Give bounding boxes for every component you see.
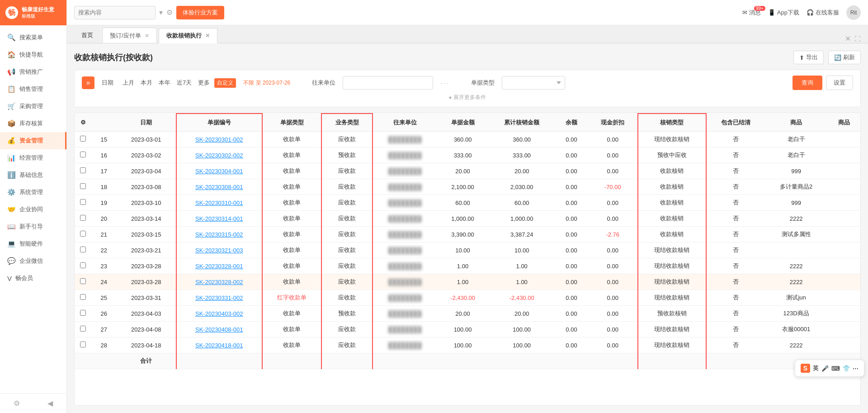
tab-prepay[interactable]: 预订/应付单✕ bbox=[102, 28, 157, 43]
topbar-settings-icon[interactable]: ⚙ bbox=[166, 8, 173, 17]
cell-goods1: 2222 bbox=[765, 211, 828, 227]
cell-balance: 0.00 bbox=[555, 274, 588, 290]
cell-balance: 0.00 bbox=[555, 337, 588, 353]
grid-icon[interactable]: ⋯ bbox=[853, 365, 859, 372]
cell-single-no[interactable]: SK-20230331-002 bbox=[176, 290, 262, 306]
dropdown-icon[interactable]: ▾ bbox=[159, 8, 163, 17]
sidebar-item-inventory[interactable]: 📦库存核算 bbox=[0, 115, 66, 132]
voucher-type-select[interactable] bbox=[502, 76, 565, 90]
sidebar-item-corp[interactable]: 🤝企业协同 bbox=[0, 201, 66, 218]
cell-checkbox[interactable] bbox=[75, 147, 91, 163]
tab-home[interactable]: 首页 bbox=[74, 28, 100, 43]
expand-more-button[interactable]: ▾ 展开更多条件 bbox=[449, 94, 486, 101]
cell-checkbox[interactable] bbox=[75, 179, 91, 195]
cell-checkbox[interactable] bbox=[75, 306, 91, 322]
mic-icon[interactable]: 🎤 bbox=[821, 365, 829, 372]
cell-total-cancel: 100.00 bbox=[489, 337, 555, 353]
cell-checkbox[interactable] bbox=[75, 132, 91, 147]
cell-cancel-type: 预收款核销 bbox=[638, 306, 706, 322]
cell-single-no[interactable]: SK-20230315-002 bbox=[176, 227, 262, 242]
user-avatar[interactable]: Rit bbox=[846, 5, 861, 20]
app-download-item[interactable]: 📱 App下载 bbox=[768, 9, 799, 17]
search-input[interactable] bbox=[74, 6, 156, 19]
cell-single-no[interactable]: SK-20230328-001 bbox=[176, 258, 262, 274]
tab-close-all-icon[interactable]: ✕ bbox=[845, 34, 851, 43]
content-area: 收款核销执行(按收款) ⬆ 导出 🔄 刷新 » 日期 上月 本月 bbox=[67, 43, 868, 413]
cell-single-no[interactable]: SK-20230321-003 bbox=[176, 242, 262, 258]
cell-single-no[interactable]: SK-20230304-001 bbox=[176, 163, 262, 179]
sidebar-item-hardware[interactable]: 💻智能硬件 bbox=[0, 235, 66, 252]
tab-close-prepay[interactable]: ✕ bbox=[145, 33, 149, 39]
page-header: 收款核销执行(按收款) ⬆ 导出 🔄 刷新 bbox=[74, 51, 861, 64]
setting-button[interactable]: 设置 bbox=[826, 76, 853, 90]
cell-checkbox[interactable] bbox=[75, 163, 91, 179]
sidebar-item-purchase[interactable]: 🛒采购管理 bbox=[0, 98, 66, 115]
solution-button[interactable]: 体验行业方案 bbox=[176, 6, 224, 19]
sidebar-item-search[interactable]: 🔍搜索菜单 bbox=[0, 29, 66, 46]
filter-toggle-button[interactable]: » bbox=[82, 76, 94, 89]
cell-single-no[interactable]: SK-20230310-001 bbox=[176, 195, 262, 211]
last-7-days-btn[interactable]: 近7天 bbox=[175, 78, 193, 88]
sidebar-item-marketing[interactable]: 📢营销推广 bbox=[0, 63, 66, 81]
collapse-icon[interactable]: ◀ bbox=[47, 399, 53, 408]
custom-date-btn[interactable]: 自定义 bbox=[214, 78, 236, 88]
cell-single-no[interactable]: SK-20230328-002 bbox=[176, 274, 262, 290]
sidebar-item-quicknav[interactable]: 🏠快捷导航 bbox=[0, 46, 66, 63]
cell-single-no[interactable]: SK-20230403-002 bbox=[176, 306, 262, 322]
sidebar-item-guide[interactable]: 📖新手引导 bbox=[0, 218, 66, 235]
cell-single-type: 收款单 bbox=[262, 195, 321, 211]
keyboard-icon[interactable]: ⌨ bbox=[831, 365, 840, 372]
cell-checkbox[interactable] bbox=[75, 322, 91, 337]
last-month-btn[interactable]: 上月 bbox=[121, 78, 136, 88]
cell-balance: 0.00 bbox=[555, 147, 588, 163]
tab-close-receive[interactable]: ✕ bbox=[205, 33, 210, 39]
cell-total-cancel: 100.00 bbox=[489, 322, 555, 337]
th-index bbox=[91, 114, 117, 132]
cell-single-no[interactable]: SK-20230302-002 bbox=[176, 147, 262, 163]
cell-checkbox[interactable] bbox=[75, 290, 91, 306]
shirt-icon[interactable]: 👕 bbox=[843, 365, 850, 372]
cell-include-settled: 否 bbox=[706, 290, 765, 306]
sidebar-item-wechat[interactable]: 💬企业微信 bbox=[0, 252, 66, 270]
cell-checkbox[interactable] bbox=[75, 274, 91, 290]
tab-receive[interactable]: 收款核销执行✕ bbox=[159, 28, 217, 43]
settings-icon[interactable]: ⚙ bbox=[14, 399, 20, 408]
export-button[interactable]: ⬆ 导出 bbox=[793, 51, 824, 64]
counterparty-input[interactable] bbox=[343, 76, 433, 90]
sidebar-item-member[interactable]: V畅会员 bbox=[0, 270, 66, 287]
refresh-button[interactable]: 🔄 刷新 bbox=[828, 51, 861, 64]
this-year-btn[interactable]: 本年 bbox=[157, 78, 172, 88]
cell-single-no[interactable]: SK-20230314-001 bbox=[176, 211, 262, 227]
more-date-btn[interactable]: 更多 bbox=[196, 78, 212, 88]
service-item[interactable]: 🎧 在线客服 bbox=[807, 9, 839, 17]
th-settings[interactable]: ⚙ bbox=[75, 114, 91, 132]
this-month-btn[interactable]: 本月 bbox=[139, 78, 154, 88]
cell-checkbox[interactable] bbox=[75, 227, 91, 242]
sidebar-item-basic[interactable]: ℹ️基础信息 bbox=[0, 166, 66, 184]
cell-balance: 0.00 bbox=[555, 290, 588, 306]
cell-checkbox[interactable] bbox=[75, 258, 91, 274]
s-badge-icon: S bbox=[801, 364, 810, 373]
cell-cash-discount: 0.00 bbox=[588, 322, 638, 337]
sidebar-item-system[interactable]: ⚙️系统管理 bbox=[0, 184, 66, 201]
cell-date: 2023-03-10 bbox=[117, 195, 176, 211]
cell-checkbox[interactable] bbox=[75, 211, 91, 227]
query-button[interactable]: 查询 bbox=[793, 76, 822, 90]
cell-single-no[interactable]: SK-20230418-001 bbox=[176, 337, 262, 353]
cell-single-no[interactable]: SK-20230301-002 bbox=[176, 132, 262, 147]
cell-counterparty: ████████ bbox=[373, 306, 437, 322]
sidebar-item-finance[interactable]: 💰资金管理 bbox=[0, 132, 66, 149]
cell-cancel-type: 现结收款核销 bbox=[638, 337, 706, 353]
cell-single-no[interactable]: SK-20230408-001 bbox=[176, 322, 262, 337]
cell-checkbox[interactable] bbox=[75, 337, 91, 353]
cell-single-no[interactable]: SK-20230308-001 bbox=[176, 179, 262, 195]
sidebar-item-operations[interactable]: 📊经营管理 bbox=[0, 149, 66, 166]
cell-checkbox[interactable] bbox=[75, 195, 91, 211]
cell-date: 2023-03-14 bbox=[117, 211, 176, 227]
notice-item[interactable]: ✉ 消息 99+ bbox=[742, 9, 761, 17]
cell-goods2 bbox=[828, 147, 860, 163]
cell-checkbox[interactable] bbox=[75, 242, 91, 258]
tab-expand-icon[interactable]: ⛶ bbox=[854, 35, 861, 43]
expand-more-row: ▾ 展开更多条件 bbox=[82, 94, 853, 101]
sidebar-item-sales[interactable]: 📋销售管理 bbox=[0, 81, 66, 98]
